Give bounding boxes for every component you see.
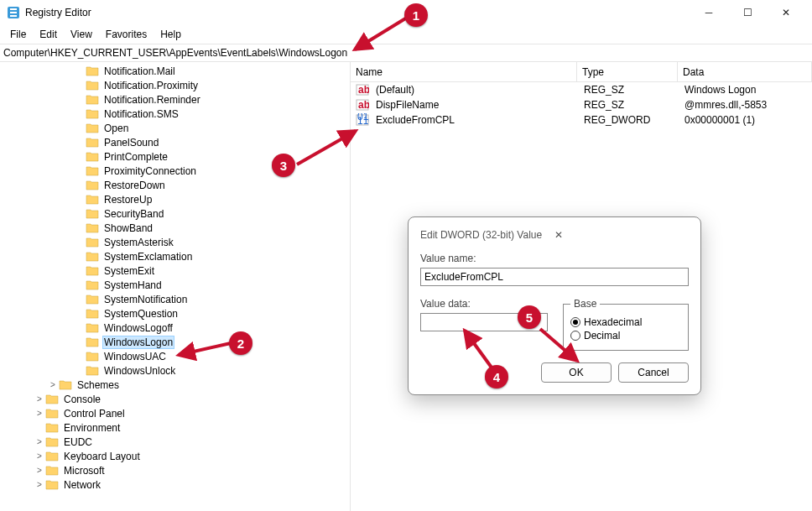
tree-item-proximityconnection[interactable]: ProximityConnection [0,164,350,178]
menubar: File Edit View Favorites Help [0,25,812,44]
tree-item-windowsunlock[interactable]: WindowsUnlock [0,363,350,378]
tree-item-console[interactable]: >Console [0,392,350,406]
tree-item-label: SystemNotification [102,294,189,305]
tree-item-label: EUDC [62,436,94,448]
tree-item-schemes[interactable]: >Schemes [0,378,350,392]
tree-item-label: SystemExit [102,265,156,277]
folder-icon [86,137,99,149]
tree-item-label: WindowsUnlock [102,365,177,377]
list-row[interactable]: ab(Default)REG_SZWindows Logon [351,82,812,97]
svg-text:ab: ab [358,84,369,96]
svg-text:ab: ab [358,99,369,111]
tree-item-keyboard-layout[interactable]: >Keyboard Layout [0,449,350,463]
tree-item-systemasterisk[interactable]: SystemAsterisk [0,235,350,249]
expander-icon[interactable]: > [34,394,45,404]
tree-item-printcomplete[interactable]: PrintComplete [0,149,350,164]
col-name[interactable]: Name [351,62,577,81]
list-header[interactable]: Name Type Data [351,62,812,82]
tree-item-securityband[interactable]: SecurityBand [0,206,350,221]
tree-item-control-panel[interactable]: >Control Panel [0,406,350,420]
menu-help[interactable]: Help [155,27,186,42]
address-input[interactable] [3,47,809,59]
expander-icon[interactable]: > [34,480,45,489]
tree-item-systemquestion[interactable]: SystemQuestion [0,306,350,321]
tree-item-notification-sms[interactable]: Notification.SMS [0,107,350,121]
tree-item-label: RestoreUp [102,194,154,206]
ok-button[interactable]: OK [541,362,612,383]
tree-item-systemhand[interactable]: SystemHand [0,278,350,292]
maximize-button[interactable]: ☐ [728,0,767,25]
radio-decimal[interactable]: Decimal [570,330,681,342]
folder-icon [86,237,99,248]
folder-icon [45,408,59,420]
minimize-button[interactable]: ─ [690,0,728,25]
tree-item-notification-reminder[interactable]: Notification.Reminder [0,92,350,107]
folder-icon [86,351,99,362]
close-button[interactable]: ✕ [767,0,805,25]
tree-item-restoredown[interactable]: RestoreDown [0,178,350,192]
tree-item-windowslogoff[interactable]: WindowsLogoff [0,321,350,335]
tree-item-microsoft[interactable]: >Microsoft [0,463,350,477]
base-legend: Base [570,298,600,310]
folder-icon [86,194,99,206]
tree-item-label: Control Panel [62,408,127,420]
tree-item-label: Notification.Mail [102,65,177,77]
tree-item-label: Schemes [75,379,121,391]
menu-edit[interactable]: Edit [34,27,62,42]
tree-item-systemexit[interactable]: SystemExit [0,263,350,278]
menu-view[interactable]: View [65,27,97,42]
col-type[interactable]: Type [577,62,678,81]
radio-hex-label: Hexadecimal [584,316,642,328]
tree-item-showband[interactable]: ShowBand [0,221,350,235]
folder-icon [86,294,99,305]
tree-pane[interactable]: Notification.MailNotification.ProximityN… [0,62,351,511]
edit-dword-dialog: Edit DWORD (32-bit) Value ✕ Value name: … [408,216,701,395]
cell-name: (Default) [371,84,579,96]
menu-file[interactable]: File [5,27,31,42]
tree-item-label: SystemExclamation [102,251,194,263]
tree-item-environment[interactable]: Environment [0,420,350,435]
tree-item-windowsuac[interactable]: WindowsUAC [0,349,350,363]
folder-icon [86,123,99,134]
tree-item-systemnotification[interactable]: SystemNotification [0,292,350,306]
cancel-button[interactable]: Cancel [618,362,689,383]
folder-icon [86,308,99,320]
folder-icon [86,222,99,234]
radio-hexadecimal[interactable]: Hexadecimal [570,316,681,328]
tree-item-eudc[interactable]: >EUDC [0,435,350,449]
folder-icon [86,279,99,291]
tree-item-restoreup[interactable]: RestoreUp [0,192,350,206]
tree-item-label: Open [102,123,130,134]
tree-item-systemexclamation[interactable]: SystemExclamation [0,249,350,263]
menu-favorites[interactable]: Favorites [101,27,152,42]
expander-icon[interactable]: > [34,409,45,418]
app-icon [7,6,20,19]
tree-item-panelsound[interactable]: PanelSound [0,135,350,149]
tree-item-label: Environment [62,422,122,434]
folder-icon [86,251,99,263]
tree-item-network[interactable]: >Network [0,477,350,492]
tree-item-notification-proximity[interactable]: Notification.Proximity [0,78,350,92]
dialog-close-icon[interactable]: ✕ [554,229,689,241]
tree-item-label: Notification.SMS [102,108,180,120]
col-data[interactable]: Data [678,62,812,81]
tree-item-label: PrintComplete [102,151,169,163]
tree-item-label: PanelSound [102,137,160,149]
cell-data: 0x00000001 (1) [679,114,812,126]
tree-item-windowslogon[interactable]: WindowsLogon [0,335,350,349]
expander-icon[interactable]: > [34,451,45,461]
list-row[interactable]: 011110ExcludeFromCPLREG_DWORD0x00000001 … [351,112,812,128]
value-name-input[interactable] [420,268,689,286]
expander-icon[interactable]: > [34,466,45,475]
tree-item-label: ProximityConnection [102,165,198,177]
tree-item-open[interactable]: Open [0,121,350,135]
expander-icon[interactable]: > [47,380,59,389]
tree-item-notification-mail[interactable]: Notification.Mail [0,64,350,78]
svg-rect-2 [10,12,17,13]
window-title: Registry Editor [25,7,690,18]
tree-item-label: SecurityBand [102,208,165,220]
radio-dec-label: Decimal [584,330,620,342]
folder-icon [45,479,59,491]
list-row[interactable]: abDispFileNameREG_SZ@mmres.dll,-5853 [351,97,812,112]
expander-icon[interactable]: > [34,437,45,446]
